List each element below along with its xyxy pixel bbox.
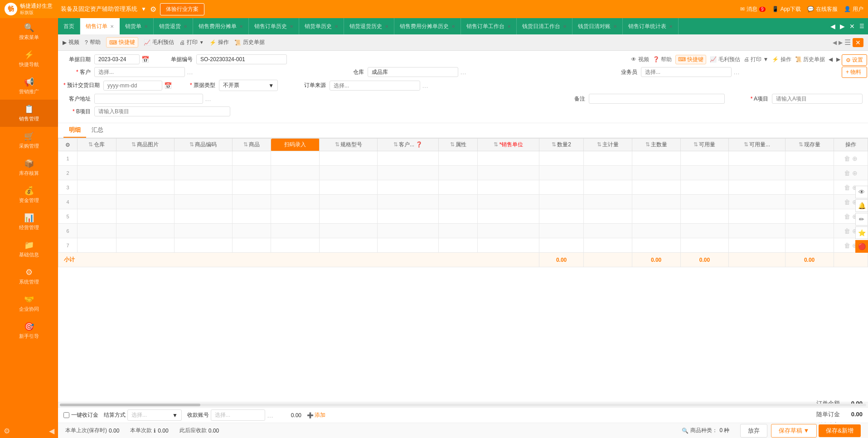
address-input[interactable] bbox=[94, 94, 203, 104]
tab-close-sales-expense[interactable]: ✕ bbox=[239, 24, 243, 29]
col-main-qty[interactable]: ⇅主数量 bbox=[632, 139, 680, 151]
settings-btn[interactable]: ⚙ 设置 bbox=[842, 54, 867, 66]
save-draft-btn[interactable]: 保存草稿 ▼ bbox=[771, 424, 817, 438]
app-download-btn[interactable]: 📱 App下载 bbox=[772, 5, 801, 13]
toolbar-shortcuts[interactable]: ⌨ 快捷键 bbox=[106, 37, 138, 48]
copy-row-icon[interactable]: ⊕ bbox=[852, 155, 858, 162]
detail-tab-details[interactable]: 明细 bbox=[63, 123, 86, 138]
tab-sales-stats[interactable]: 销售订单统计表 ✕ bbox=[623, 18, 679, 34]
tabs-menu-icon[interactable]: ☰ bbox=[858, 23, 866, 29]
nav-prev[interactable]: ◀ bbox=[829, 56, 833, 63]
toolbar-prev-record[interactable]: ◀ bbox=[833, 39, 837, 46]
copy-row-icon[interactable]: ⊕ bbox=[852, 169, 858, 177]
sidebar-collapse-icon[interactable]: ◀ bbox=[49, 427, 54, 435]
col-avail2[interactable]: ⇅可用量... bbox=[729, 139, 785, 151]
a-project-input[interactable] bbox=[772, 94, 863, 104]
dropdown-arrow-icon[interactable]: ▼ bbox=[141, 6, 146, 12]
table-scrollbar[interactable] bbox=[58, 402, 868, 407]
sidebar-item-inventory[interactable]: 📦 库存核算 bbox=[0, 154, 58, 181]
tab-close-daily-workbench[interactable]: ✕ bbox=[563, 24, 567, 29]
sidebar-item-system[interactable]: ⚙ 系统管理 bbox=[0, 263, 58, 290]
delete-row-icon[interactable]: 🗑 bbox=[844, 242, 850, 249]
col-product-img[interactable]: ⇅商品图片 bbox=[116, 139, 174, 151]
operation-btn-2[interactable]: ⚡ 操作 bbox=[772, 56, 791, 63]
tab-close-sales-expense-history[interactable]: ✕ bbox=[451, 24, 455, 29]
tab-daily-workbench[interactable]: 钱货日清工作台 ✕ bbox=[517, 18, 572, 34]
address-dots-icon[interactable]: … bbox=[205, 95, 211, 102]
delete-row-icon[interactable]: 🗑 bbox=[844, 184, 850, 191]
tab-sales-goods[interactable]: 销货单 ✕ bbox=[120, 18, 154, 34]
sidebar-item-sales[interactable]: 📋 销售管理 bbox=[0, 100, 58, 127]
warehouse-input[interactable] bbox=[368, 67, 458, 77]
col-unit[interactable]: ⇅*销售单位 bbox=[478, 139, 539, 151]
tab-close-sales-return-history[interactable]: ✕ bbox=[385, 24, 388, 29]
gear-icon[interactable]: ⚙ bbox=[150, 5, 156, 14]
toolbar-grid-icon[interactable]: ☰ bbox=[844, 38, 851, 47]
one-click-checkbox-input[interactable] bbox=[63, 412, 69, 418]
tab-sales-order[interactable]: 销售订单 ✕ bbox=[80, 18, 120, 34]
order-source-dots-icon[interactable]: … bbox=[422, 82, 428, 89]
delete-row-icon[interactable]: 🗑 bbox=[844, 198, 850, 206]
sidebar-bottom-settings-icon[interactable]: ⚙ bbox=[4, 427, 10, 435]
messages-btn[interactable]: ✉ 消息 9 bbox=[740, 5, 766, 13]
right-float-bell-btn[interactable]: 🔔 bbox=[855, 199, 868, 212]
col-product-code[interactable]: ⇅商品编码 bbox=[174, 139, 232, 151]
col-warehouse[interactable]: ⇅仓库 bbox=[78, 139, 116, 151]
add-payment-btn[interactable]: ➕ 添加 bbox=[307, 411, 325, 419]
col-current[interactable]: ⇅现存量 bbox=[785, 139, 834, 151]
customer-dots-icon[interactable]: … bbox=[187, 68, 193, 76]
view-icon-2[interactable]: 👁 视频 bbox=[631, 56, 649, 63]
calendar-icon[interactable]: 📅 bbox=[141, 56, 149, 63]
col-attr[interactable]: ⇅属性 bbox=[439, 139, 478, 151]
scrollbar-thumb[interactable] bbox=[60, 404, 200, 406]
tab-close-sales-return[interactable]: ✕ bbox=[184, 24, 187, 29]
toolbar-profit[interactable]: 📈 毛利预估 bbox=[144, 39, 174, 46]
tabs-next-arrow[interactable]: ▶ bbox=[838, 23, 847, 30]
warehouse-dots-icon[interactable]: … bbox=[460, 68, 466, 76]
toolbar-help[interactable]: ? 帮助 bbox=[85, 39, 101, 46]
user-btn[interactable]: 👤 用户 bbox=[844, 5, 863, 13]
customer-input[interactable] bbox=[94, 67, 185, 77]
col-qty2[interactable]: ⇅数量2 bbox=[539, 139, 584, 151]
profit-btn-2[interactable]: 📈 毛利预估 bbox=[710, 56, 740, 63]
search-product-icon[interactable]: 🔍 bbox=[682, 428, 689, 434]
tabs-prev-arrow[interactable]: ◀ bbox=[829, 23, 837, 30]
tab-close-sales-goods-history[interactable]: ✕ bbox=[335, 24, 338, 29]
col-settings[interactable]: ⚙ bbox=[58, 139, 78, 151]
save-new-btn[interactable]: 保存&新增 bbox=[819, 424, 861, 437]
tab-close-sales-workbench[interactable]: ✕ bbox=[507, 24, 511, 29]
date-input[interactable] bbox=[94, 54, 140, 64]
sidebar-item-basics[interactable]: 📁 基础信息 bbox=[0, 236, 58, 263]
order-no-input[interactable] bbox=[196, 54, 287, 64]
tab-sales-order-history[interactable]: 销售订单历史 ✕ bbox=[249, 18, 299, 34]
toolbar-print[interactable]: 🖨 打印 ▼ bbox=[179, 39, 204, 46]
toolbar-operation[interactable]: ⚡ 操作 bbox=[209, 39, 229, 46]
sidebar-item-purchase[interactable]: 🛒 采购管理 bbox=[0, 127, 58, 154]
toolbar-view[interactable]: ▶ 视频 bbox=[63, 39, 79, 46]
b-project-input[interactable] bbox=[94, 106, 230, 116]
toolbar-close-btn[interactable]: ✕ bbox=[853, 38, 863, 47]
sidebar-item-finance[interactable]: 💰 资金管理 bbox=[0, 181, 58, 208]
sidebar-item-quick-nav[interactable]: ⚡ 快捷导航 bbox=[0, 45, 58, 72]
history-btn-2[interactable]: 📜 历史单据 bbox=[795, 56, 825, 63]
right-float-star-btn[interactable]: ⭐ bbox=[855, 226, 868, 239]
add-material-btn[interactable]: + 物料 bbox=[842, 67, 867, 78]
right-float-action-btn[interactable]: 🔴 bbox=[855, 240, 868, 253]
shortcut-btn-2[interactable]: ⌨ 快捷键 bbox=[675, 55, 706, 64]
remarks-input[interactable] bbox=[589, 94, 725, 104]
tab-sales-workbench[interactable]: 销售订单工作台 ✕ bbox=[461, 18, 517, 34]
col-customer-spec[interactable]: ⇅客户... ❓ bbox=[378, 139, 439, 151]
tab-close-sales-order[interactable]: ✕ bbox=[110, 24, 114, 29]
tab-sales-goods-history[interactable]: 销货单历史 ✕ bbox=[299, 18, 344, 34]
salesperson-input[interactable] bbox=[641, 67, 732, 77]
delete-row-icon[interactable]: 🗑 bbox=[844, 169, 850, 177]
right-float-view-btn[interactable]: 👁 bbox=[855, 186, 868, 198]
toolbar-next-record[interactable]: ▶ bbox=[839, 39, 843, 46]
industry-btn[interactable]: 体验行业方案 bbox=[160, 3, 204, 15]
nav-next[interactable]: ▶ bbox=[836, 56, 840, 63]
help-icon-2[interactable]: ❓ 帮助 bbox=[653, 56, 672, 63]
discard-btn[interactable]: 放弃 bbox=[740, 424, 767, 438]
sidebar-item-enterprise[interactable]: 🤝 企业协同 bbox=[0, 290, 58, 317]
tab-close-sales-stats[interactable]: ✕ bbox=[669, 24, 673, 29]
delete-row-icon[interactable]: 🗑 bbox=[844, 227, 850, 235]
